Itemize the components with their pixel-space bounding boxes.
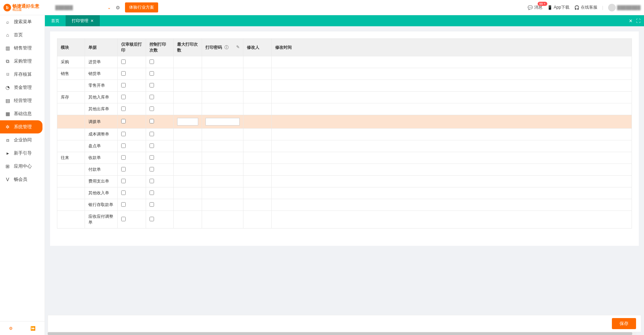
col-password: 打印密码 ⓘ ✎ xyxy=(202,39,243,56)
control-checkbox[interactable] xyxy=(150,179,154,183)
save-button[interactable]: 保存 xyxy=(612,318,636,329)
edit-icon[interactable]: ✎ xyxy=(236,45,240,49)
cell-doc: 成本调整单 xyxy=(85,129,118,140)
cell-time xyxy=(272,187,632,199)
control-checkbox[interactable] xyxy=(150,83,154,87)
cell-audit xyxy=(118,140,146,152)
sidebar-item-7[interactable]: ▦基础信息 xyxy=(0,107,45,120)
cell-time xyxy=(272,92,632,103)
logo-main-text: 畅捷通好生意 xyxy=(12,4,39,8)
sidebar-item-1[interactable]: ⌂首页 xyxy=(0,28,45,41)
menu-label: 基础信息 xyxy=(14,111,32,117)
audit-checkbox[interactable] xyxy=(121,143,126,148)
cell-control xyxy=(146,187,174,199)
cell-max xyxy=(174,152,202,164)
logo-icon: b xyxy=(3,4,11,11)
menu-label: 库存核算 xyxy=(14,71,32,77)
cell-module xyxy=(57,80,85,92)
menu-label: 企业协同 xyxy=(14,137,32,143)
col-password-label: 打印密码 xyxy=(205,45,222,50)
cell-max xyxy=(174,80,202,92)
sidebar-item-5[interactable]: ◔资金管理 xyxy=(0,81,45,94)
control-checkbox[interactable] xyxy=(150,202,154,207)
user-menu[interactable]: ████████ xyxy=(608,4,641,11)
cell-time xyxy=(272,152,632,164)
audit-checkbox[interactable] xyxy=(121,59,126,64)
control-checkbox[interactable] xyxy=(150,119,154,123)
collapse-icon[interactable]: ⏩ xyxy=(30,326,36,331)
gear-icon[interactable]: ⚙ xyxy=(116,5,120,10)
sidebar-item-9[interactable]: ⧈企业协同 xyxy=(0,133,45,147)
cell-control xyxy=(146,199,174,211)
messages-button[interactable]: 💬 消息 99 + xyxy=(528,4,542,10)
tab-home[interactable]: 首页 xyxy=(45,15,66,26)
table-row: 销售销货单 xyxy=(57,68,632,80)
audit-checkbox[interactable] xyxy=(121,83,126,87)
audit-checkbox[interactable] xyxy=(121,71,126,76)
sidebar-item-4[interactable]: ⌑库存核算 xyxy=(0,68,45,81)
cell-max xyxy=(174,199,202,211)
online-service-button[interactable]: 🎧 在线客服 xyxy=(574,4,597,10)
cell-doc: 其他收入单 xyxy=(85,187,118,199)
table-row: 费用支出单 xyxy=(57,176,632,187)
control-checkbox[interactable] xyxy=(150,217,154,221)
tab-print-management[interactable]: 打印管理 ✕ xyxy=(66,15,100,26)
cell-module xyxy=(57,199,85,211)
sidebar-item-8[interactable]: ✲系统管理 xyxy=(0,120,42,133)
audit-checkbox[interactable] xyxy=(121,217,126,221)
close-icon[interactable]: ✕ xyxy=(90,19,94,23)
sidebar-item-6[interactable]: ▤经营管理 xyxy=(0,94,45,107)
control-checkbox[interactable] xyxy=(150,190,154,195)
cell-time xyxy=(272,56,632,68)
control-checkbox[interactable] xyxy=(150,59,154,64)
cell-max xyxy=(174,68,202,80)
sidebar-item-0[interactable]: ⌕搜索菜单 xyxy=(0,15,45,28)
control-checkbox[interactable] xyxy=(150,167,154,171)
settings-icon[interactable]: ⚙ xyxy=(9,326,13,331)
sidebar-item-11[interactable]: ⊞应用中心 xyxy=(0,160,45,173)
audit-checkbox[interactable] xyxy=(121,132,126,136)
audit-checkbox[interactable] xyxy=(121,179,126,183)
fullscreen-icon[interactable]: ⛶ xyxy=(636,18,641,24)
control-checkbox[interactable] xyxy=(150,71,154,76)
app-download-button[interactable]: 📱 App下载 xyxy=(547,4,569,10)
max-count-input[interactable] xyxy=(177,118,198,125)
cell-password xyxy=(202,152,243,164)
control-checkbox[interactable] xyxy=(150,132,154,136)
cell-modifier xyxy=(243,56,272,68)
audit-checkbox[interactable] xyxy=(121,119,126,123)
sidebar-item-3[interactable]: ⧉采购管理 xyxy=(0,55,45,68)
cell-max xyxy=(174,140,202,152)
sidebar-item-10[interactable]: ▸新手引导 xyxy=(0,147,45,160)
cell-modifier xyxy=(243,211,272,229)
close-all-icon[interactable]: ✕ xyxy=(629,18,633,24)
cell-doc: 盘点单 xyxy=(85,140,118,152)
horizontal-scrollbar[interactable] xyxy=(48,332,636,335)
col-modify-time: 修改时间 xyxy=(272,39,632,56)
help-icon[interactable]: ⓘ xyxy=(224,45,229,50)
control-checkbox[interactable] xyxy=(150,95,154,99)
audit-checkbox[interactable] xyxy=(121,106,126,111)
control-checkbox[interactable] xyxy=(150,106,154,111)
sidebar-item-2[interactable]: ▥销售管理 xyxy=(0,41,45,55)
org-selector[interactable]: ██████ xyxy=(55,5,73,10)
control-checkbox[interactable] xyxy=(150,143,154,148)
audit-checkbox[interactable] xyxy=(121,95,126,99)
password-input[interactable] xyxy=(205,118,240,125)
table-row: 零售开单 xyxy=(57,80,632,92)
audit-checkbox[interactable] xyxy=(121,167,126,171)
audit-checkbox[interactable] xyxy=(121,190,126,195)
scrollbar-thumb[interactable] xyxy=(48,332,632,335)
cell-audit xyxy=(118,129,146,140)
col-module: 模块 xyxy=(57,39,85,56)
audit-checkbox[interactable] xyxy=(121,155,126,160)
sidebar-item-12[interactable]: V畅会员 xyxy=(0,173,45,186)
audit-checkbox[interactable] xyxy=(121,202,126,207)
cell-max xyxy=(174,187,202,199)
control-checkbox[interactable] xyxy=(150,155,154,160)
chevron-down-icon[interactable]: ⌄ xyxy=(107,5,111,10)
industry-plan-button[interactable]: 体验行业方案 xyxy=(125,2,158,12)
cell-max xyxy=(174,103,202,115)
cell-modifier xyxy=(243,176,272,187)
cell-control xyxy=(146,129,174,140)
